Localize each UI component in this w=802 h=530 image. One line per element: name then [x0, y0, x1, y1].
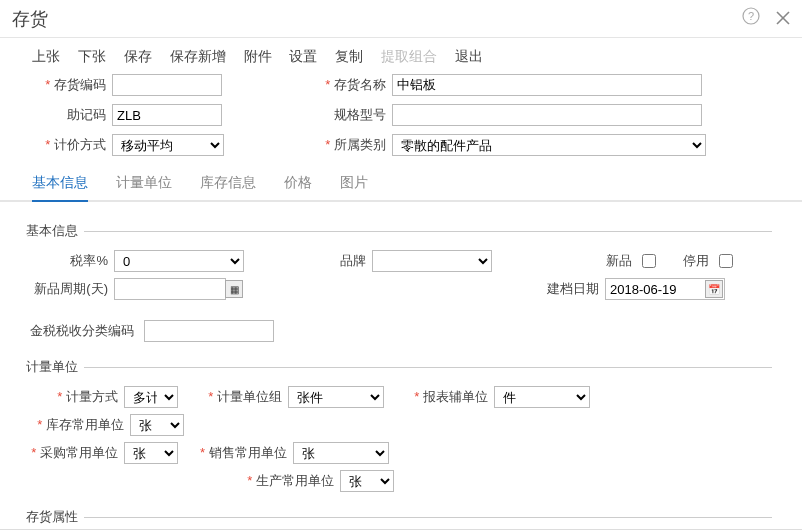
toolbar-exit[interactable]: 退出 [455, 48, 483, 64]
toolbar-extract: 提取组合 [381, 48, 437, 64]
label-tax-class: 金税税收分类编码 [30, 322, 140, 340]
legend-unit: 计量单位 [26, 358, 84, 376]
label-brand: 品牌 [336, 252, 372, 270]
select-stock-unit[interactable]: 张 [130, 414, 184, 436]
select-unit-group[interactable]: 张件 [288, 386, 384, 408]
select-tax-rate[interactable]: 0 [114, 250, 244, 272]
input-new-period[interactable] [114, 278, 226, 300]
toolbar-save[interactable]: 保存 [124, 48, 152, 64]
checkbox-stop-flag[interactable] [719, 254, 733, 268]
tab-stock[interactable]: 库存信息 [200, 168, 256, 200]
label-produce-unit: 生产常用单位 [240, 472, 340, 490]
select-report-aux[interactable]: 件 [494, 386, 590, 408]
legend-attr: 存货属性 [26, 508, 84, 526]
svg-text:?: ? [748, 10, 754, 22]
fieldset-unit: 计量单位 计量方式 多计量 计量单位组 张件 报表辅单位 件 库存常用单位 张 [30, 358, 772, 498]
legend-basic: 基本信息 [26, 222, 84, 240]
toolbar-next[interactable]: 下张 [78, 48, 106, 64]
input-code[interactable] [112, 74, 222, 96]
fieldset-attr: 存货属性 外购 销售 自制 生产耗用 [30, 508, 772, 530]
toolbar-save-new[interactable]: 保存新增 [170, 48, 226, 64]
toolbar-attach[interactable]: 附件 [244, 48, 272, 64]
label-unit-group: 计量单位组 [200, 388, 288, 406]
label-mnemonic: 助记码 [32, 106, 112, 124]
tab-price[interactable]: 价格 [284, 168, 312, 200]
toolbar-copy[interactable]: 复制 [335, 48, 363, 64]
fieldset-basic: 基本信息 税率% 0 品牌 新品 停用 [30, 222, 772, 348]
toolbar-settings[interactable]: 设置 [289, 48, 317, 64]
calendar-icon[interactable]: 📅 [705, 280, 723, 298]
tab-unit[interactable]: 计量单位 [116, 168, 172, 200]
select-category[interactable]: 零散的配件产品 [392, 134, 706, 156]
label-sale-unit: 销售常用单位 [200, 444, 293, 462]
label-stop-flag: 停用 [681, 252, 715, 270]
label-spec: 规格型号 [312, 106, 392, 124]
input-name[interactable] [392, 74, 702, 96]
label-tax-rate: 税率% [30, 252, 114, 270]
close-icon[interactable] [776, 0, 790, 38]
toolbar-prev[interactable]: 上张 [32, 48, 60, 64]
label-new-period: 新品周期(天) [30, 280, 114, 298]
input-spec[interactable] [392, 104, 702, 126]
window-title: 存货 [12, 0, 48, 38]
tab-basic[interactable]: 基本信息 [32, 168, 88, 202]
select-purchase-unit[interactable]: 张 [124, 442, 178, 464]
checkbox-new-flag[interactable] [642, 254, 656, 268]
select-brand[interactable] [372, 250, 492, 272]
toolbar: 上张 下张 保存 保存新增 附件 设置 复制 提取组合 退出 [0, 38, 802, 72]
label-stock-unit: 库存常用单位 [30, 416, 130, 434]
label-new-flag: 新品 [604, 252, 638, 270]
label-name: 存货名称 [312, 76, 392, 94]
input-mnemonic[interactable] [112, 104, 222, 126]
label-code: 存货编码 [32, 76, 112, 94]
grid-icon[interactable]: ▦ [225, 280, 243, 298]
label-archive-date: 建档日期 [545, 280, 605, 298]
label-report-aux: 报表辅单位 [406, 388, 494, 406]
titlebar: 存货 ? [0, 0, 802, 38]
label-cost-method: 计价方式 [32, 136, 112, 154]
select-sale-unit[interactable]: 张 [293, 442, 389, 464]
tabs: 基本信息 计量单位 库存信息 价格 图片 [0, 162, 802, 202]
tab-image[interactable]: 图片 [340, 168, 368, 200]
select-measure-method[interactable]: 多计量 [124, 386, 178, 408]
select-cost-method[interactable]: 移动平均 [112, 134, 224, 156]
input-tax-class[interactable] [144, 320, 274, 342]
label-purchase-unit: 采购常用单位 [30, 444, 124, 462]
help-icon[interactable]: ? [742, 0, 760, 38]
label-category: 所属类别 [312, 136, 392, 154]
label-measure-method: 计量方式 [30, 388, 124, 406]
select-produce-unit[interactable]: 张 [340, 470, 394, 492]
